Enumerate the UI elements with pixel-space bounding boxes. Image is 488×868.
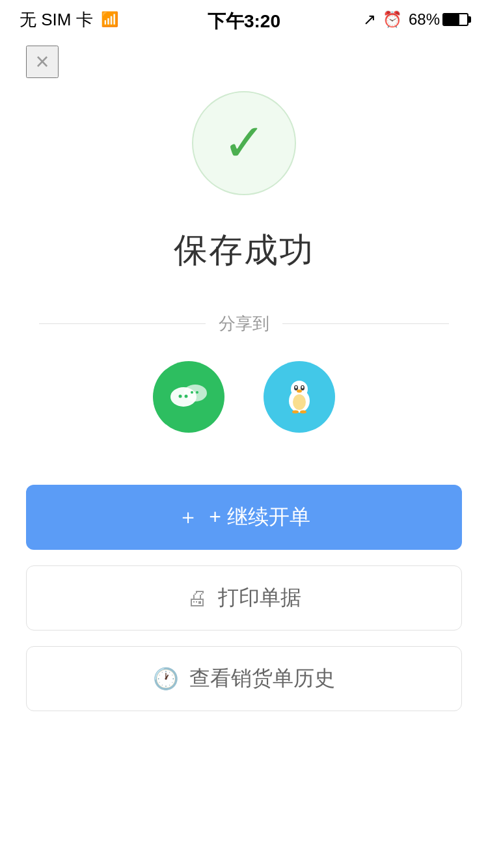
svg-point-5 — [196, 391, 198, 394]
status-right: ↗ ⏰ 68% — [363, 10, 468, 29]
print-receipt-button[interactable]: 🖨 打印单据 — [26, 565, 462, 631]
location-icon: ↗ — [363, 10, 376, 29]
success-circle: ✓ — [192, 91, 296, 195]
printer-icon: 🖨 — [187, 586, 208, 610]
svg-point-2 — [179, 395, 182, 398]
share-icons — [153, 361, 335, 433]
status-bar: 无 SIM 卡 📶 下午3:20 ↗ ⏰ 68% — [0, 0, 488, 39]
svg-point-13 — [293, 394, 306, 410]
alarm-icon: ⏰ — [383, 10, 402, 29]
checkmark-icon: ✓ — [223, 117, 266, 169]
clock-icon: 🕐 — [153, 666, 179, 691]
divider-line-left — [39, 323, 206, 324]
continue-order-label: + 继续开单 — [209, 503, 310, 532]
status-time: 下午3:20 — [208, 9, 280, 34]
plus-icon: ＋ — [178, 503, 198, 532]
qq-icon — [280, 377, 319, 416]
print-receipt-label: 打印单据 — [218, 584, 301, 612]
success-title: 保存成功 — [174, 228, 314, 273]
view-history-label: 查看销货单历史 — [189, 664, 335, 693]
svg-point-1 — [183, 385, 207, 401]
svg-point-14 — [292, 411, 299, 414]
svg-point-15 — [300, 411, 306, 414]
share-divider: 分享到 — [0, 312, 488, 335]
svg-point-3 — [185, 395, 188, 398]
svg-point-10 — [295, 386, 297, 388]
divider-line-right — [282, 323, 449, 324]
wifi-icon: 📶 — [101, 11, 118, 28]
svg-point-12 — [297, 390, 302, 393]
wechat-share-button[interactable] — [153, 361, 224, 433]
battery-pct: 68% — [409, 10, 440, 29]
close-button[interactable]: × — [26, 46, 59, 78]
wechat-icon — [167, 375, 211, 419]
view-history-button[interactable]: 🕐 查看销货单历史 — [26, 646, 462, 711]
close-icon: × — [35, 50, 49, 74]
main-content: ✓ 保存成功 分享到 — [0, 39, 488, 711]
action-buttons: ＋ + 继续开单 🖨 打印单据 🕐 查看销货单历史 — [0, 485, 488, 711]
sim-status: 无 SIM 卡 — [20, 8, 93, 31]
continue-order-button[interactable]: ＋ + 继续开单 — [26, 485, 462, 550]
qq-share-button[interactable] — [264, 361, 335, 433]
battery-block: 68% — [409, 10, 468, 29]
battery-icon — [442, 13, 468, 26]
status-left: 无 SIM 卡 📶 — [20, 8, 118, 31]
svg-point-11 — [302, 386, 304, 388]
svg-point-4 — [191, 391, 193, 394]
share-label: 分享到 — [206, 312, 282, 335]
